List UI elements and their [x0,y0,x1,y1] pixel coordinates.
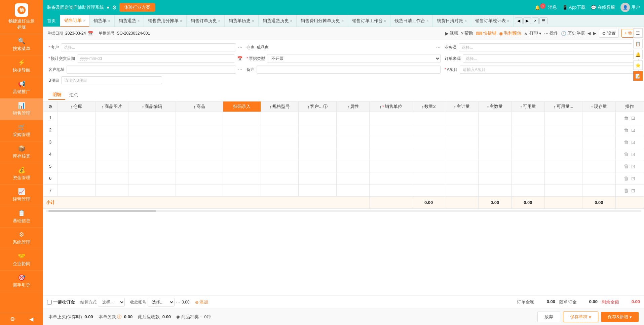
save-draft-dropdown-icon[interactable]: ▾ [589,315,591,320]
sidebar-settings-btn[interactable]: ⚙ [10,316,15,322]
scrollbar-thumb[interactable] [48,210,156,212]
system-dropdown-btn[interactable]: ▾ [107,4,109,11]
sidebar-item-search[interactable]: 🔍 搜索菜单 [0,34,43,55]
receipt-account-select[interactable]: 选择... [148,298,175,307]
sidebar-item-marketing[interactable]: 📢 营销推广 [0,77,43,98]
tab-close-fee-split[interactable]: × [180,19,182,23]
page-next-btn[interactable]: ▶ [593,31,596,36]
th-main-qty[interactable]: ↕ 主数量 [478,101,511,112]
sidebar-item-collab[interactable]: 🤝 企业协同 [0,249,43,271]
industry-btn[interactable]: 体验行业方案 [119,3,155,12]
tab-sales-order[interactable]: 销售订单 × [60,15,89,27]
row-4-copy-btn[interactable]: ⊡ [631,151,636,158]
tab-close-fee-history[interactable]: × [341,19,343,23]
add-payment-btn[interactable]: ⊕ 添加 [195,299,208,305]
sidebar-item-inventory[interactable]: 📦 库存核算 [0,141,43,163]
row-3-copy-btn[interactable]: ⊡ [631,139,636,146]
tab-close-sales-return[interactable]: × [138,19,140,23]
tab-sales-return[interactable]: 销货退货 × [115,15,144,27]
discard-btn[interactable]: 放弃 [537,312,560,322]
save-new-dropdown-icon[interactable]: ▾ [630,315,632,320]
row-1-code[interactable] [128,112,176,124]
customer-input[interactable] [61,43,236,51]
tab-home[interactable]: 首页 [43,15,60,27]
operation-btn[interactable]: ⋯ 操作 [544,30,558,36]
th-barcode-scan[interactable]: 扫码录入 [223,101,261,112]
row-1-attr[interactable] [336,112,369,124]
sidebar-item-purchase[interactable]: 🛒 采购管理 [0,120,43,141]
row-1-qty2[interactable] [412,112,445,124]
calendar-icon[interactable]: 📅 [88,31,93,36]
tab-prev-btn[interactable]: ◀ [515,17,523,24]
tab-next-btn[interactable]: ▶ [523,17,531,24]
row-1-product[interactable] [176,112,223,124]
tab-close-order-stats[interactable]: × [507,19,509,23]
row-7-copy-btn[interactable]: ⊡ [631,187,636,194]
debt-help-icon[interactable]: ⓘ [117,314,121,319]
page-prev-btn[interactable]: ◀ [588,31,591,36]
save-draft-btn[interactable]: 保存草稿 ▾ [563,312,598,322]
right-panel-btn-1[interactable]: ☰ [633,28,643,38]
sidebar-item-guide[interactable]: 🎯 新手引导 [0,271,43,292]
right-panel-btn-2[interactable]: 📋 [633,39,643,48]
tab-close-daily-workbench[interactable]: × [426,19,428,23]
tab-summary[interactable]: 汇总 [65,91,82,99]
row-5-delete-btn[interactable]: 🗑 [623,163,629,170]
online-service-btn[interactable]: 💬 在线客服 [591,4,615,10]
tab-close-invoice-history[interactable]: × [252,19,254,23]
receipt-more-icon[interactable]: ··· [176,299,180,305]
tab-invoice-history[interactable]: 销货单历史 × [225,15,258,27]
tab-close-sales-invoice[interactable]: × [108,19,110,23]
sidebar-collapse-btn[interactable]: ◀ [29,316,33,322]
tab-menu-btn[interactable]: ☰ [539,17,548,24]
table-wrap[interactable]: ⚙ ↕ 仓库 ↕ 商品图片 ↕ 商品编码 ↕ 商品 [43,101,644,295]
th-product-code[interactable]: ↕ 商品编码 [128,101,176,112]
app-download-btn[interactable]: 📱 App下载 [562,4,585,10]
row-6-delete-btn[interactable]: 🗑 [623,175,629,182]
warehouse-more-icon[interactable]: ··· [436,44,441,50]
sidebar-item-system[interactable]: ⚙ 系统管理 [0,228,43,249]
profit-btn[interactable]: ◉ 毛利预估 [499,30,521,36]
customer-address-input[interactable] [67,66,236,74]
th-customer-code[interactable]: ↕ 客户... ⓘ [299,101,337,112]
tab-order-stats[interactable]: 销售订单统计表 × [471,15,514,27]
print-btn[interactable]: 🖨 打印 ▾ [524,30,541,36]
tab-close-sales-order[interactable]: × [83,18,85,23]
delivery-calendar-icon[interactable]: 📅 [237,56,242,61]
row-1-customer-code[interactable] [299,112,337,124]
tab-order-history[interactable]: 销售订单历史 × [187,15,225,27]
remarks-input[interactable] [257,66,441,74]
right-panel-btn-5[interactable]: 📝 [633,71,643,81]
order-source-input[interactable] [463,54,639,63]
sidebar-item-quicknav[interactable]: ⚡ 快捷导航 [0,55,43,77]
tab-detail[interactable]: 明细 [48,90,65,100]
row-1-spec[interactable] [261,112,299,124]
save-new-btn[interactable]: 保存&新增 ▾ [601,312,639,322]
help-btn[interactable]: ? 帮助 [461,30,473,36]
sidebar-item-sales[interactable]: 📊 销售管理 [0,98,43,120]
address-more-icon[interactable]: ··· [238,67,242,73]
sidebar-item-finance[interactable]: 💰 资金管理 [0,163,43,185]
row-3-delete-btn[interactable]: 🗑 [623,139,629,146]
tab-daily-reconcile[interactable]: 钱货日清对账 × [433,15,471,27]
th-settings[interactable]: ⚙ [43,101,58,112]
row-1-unit[interactable] [370,112,412,124]
tab-fee-history[interactable]: 销售费用分摊单历史 × [297,15,348,27]
th-product[interactable]: ↕ 商品 [176,101,223,112]
tab-fee-split[interactable]: 销售费用分摊单 × [144,15,186,27]
sidebar-item-business[interactable]: 📈 经营管理 [0,185,43,206]
tab-close-order-workbench[interactable]: × [384,19,386,23]
row-2-delete-btn[interactable]: 🗑 [623,127,629,133]
payment-method-select[interactable]: 选择... [98,298,125,307]
th-warehouse[interactable]: ↕ 仓库 [58,101,96,112]
row-1-delete-btn[interactable]: 🗑 [623,115,629,121]
row-1-warehouse[interactable] [58,112,96,124]
th-qty2[interactable]: ↕ 数量2 [412,101,445,112]
settings-btn[interactable]: ⚙ 设置 [599,29,619,38]
th-available-qty2[interactable]: ↕ 可用量... [544,101,582,112]
row-2-copy-btn[interactable]: ⊡ [631,127,636,133]
row-6-copy-btn[interactable]: ⊡ [631,175,636,182]
right-panel-btn-3[interactable]: 🔔 [633,50,643,59]
history-btn[interactable]: 🕐 历史单据 [561,30,585,36]
quick-order-checkbox[interactable] [47,300,52,304]
